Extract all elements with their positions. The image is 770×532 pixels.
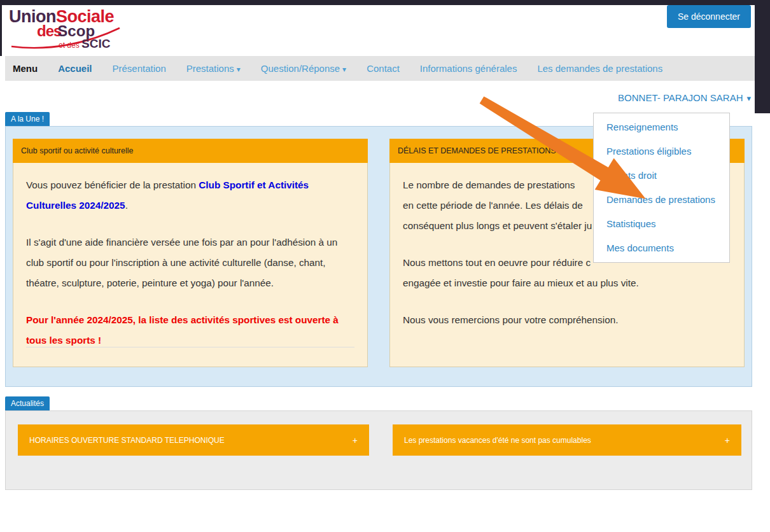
logout-button[interactable]: Se déconnecter	[667, 5, 751, 28]
main-navbar: Menu Accueil Présentation Prestations▾ Q…	[5, 56, 755, 81]
club-p1-text: Vous pouvez bénéficier de la prestation	[26, 179, 199, 190]
plus-expand-icon[interactable]: +	[353, 435, 358, 445]
nav-item-prestations-label: Prestations	[186, 63, 234, 74]
chevron-down-icon: ▾	[237, 65, 241, 74]
menu-item-prestations-eligibles[interactable]: Prestations éligibles	[594, 139, 729, 164]
user-dropdown-menu: Renseignements Prestations éligibles Aya…	[593, 113, 730, 263]
top-window-bar	[0, 0, 770, 5]
actualites-tab: Actualités	[5, 396, 50, 410]
delais-p2-line2: engagée et investie pour faire au mieux …	[403, 273, 731, 293]
club-paragraph-2: Il s'agit d'une aide financière versée u…	[26, 232, 354, 293]
nav-item-informations-generales[interactable]: Informations générales	[420, 63, 517, 74]
a-la-une-tab: A la Une !	[5, 112, 50, 126]
delais-paragraph-3: Nous vous remercions pour votre compréhe…	[403, 310, 731, 330]
nav-item-contact[interactable]: Contact	[367, 63, 400, 74]
menu-item-statistiques[interactable]: Statistiques	[594, 212, 729, 236]
news-horaires-title: HORAIRES OUVERTURE STANDARD TELEPHONIQUE	[29, 436, 225, 445]
news-accordion-horaires[interactable]: HORAIRES OUVERTURE STANDARD TELEPHONIQUE…	[18, 424, 369, 456]
nav-item-accueil[interactable]: Accueil	[58, 63, 92, 74]
menu-item-demandes-de-prestations[interactable]: Demandes de prestations	[594, 188, 729, 212]
nav-item-demandes-prestations[interactable]: Les demandes de prestations	[537, 63, 662, 74]
menu-item-mes-documents[interactable]: Mes documents	[594, 236, 729, 260]
news-accordion-vacances[interactable]: Les prestations vacances d'été ne sont p…	[393, 424, 741, 456]
nav-item-prestations[interactable]: Prestations▾	[186, 63, 241, 74]
card-divider	[26, 347, 354, 347]
nav-menu-label: Menu	[13, 63, 38, 74]
card-club-sportif-header: Club sportif ou activité culturelle	[13, 139, 368, 163]
club-paragraph-3-alert: Pour l'année 2024/2025, la liste des act…	[26, 310, 354, 351]
page: UnionSociale desScop et des SCIC Se déco…	[0, 0, 770, 532]
union-sociale-logo: UnionSociale desScop et des SCIC	[6, 7, 127, 50]
menu-item-renseignements[interactable]: Renseignements	[594, 115, 729, 139]
chevron-down-icon: ▾	[342, 65, 346, 74]
left-window-edge	[0, 0, 2, 56]
logo-word-etdes: et des	[59, 41, 81, 50]
plus-expand-icon[interactable]: +	[725, 435, 730, 445]
logo-line3: et des SCIC	[59, 37, 110, 51]
nav-item-question-reponse[interactable]: Question/Réponse▾	[261, 63, 346, 74]
user-name: BONNET- PARAJON SARAH	[618, 92, 743, 103]
user-menu-toggle[interactable]: BONNET- PARAJON SARAH▾	[618, 92, 751, 103]
news-vacances-title: Les prestations vacances d'été ne sont p…	[404, 436, 591, 445]
card-club-sportif-body: Vous pouvez bénéficier de la prestation …	[13, 162, 367, 351]
nav-item-presentation[interactable]: Présentation	[113, 63, 166, 74]
chevron-down-icon: ▾	[746, 94, 751, 103]
logo-word-scic: SCIC	[81, 37, 110, 50]
right-window-edge	[755, 0, 770, 113]
card-club-sportif: Club sportif ou activité culturelle Vous…	[13, 139, 368, 367]
club-p1-suffix: .	[125, 200, 128, 211]
menu-item-ayants-droit[interactable]: Ayants droit	[594, 164, 729, 188]
nav-item-question-reponse-label: Question/Réponse	[261, 63, 340, 74]
club-paragraph-1: Vous pouvez bénéficier de la prestation …	[26, 175, 354, 216]
